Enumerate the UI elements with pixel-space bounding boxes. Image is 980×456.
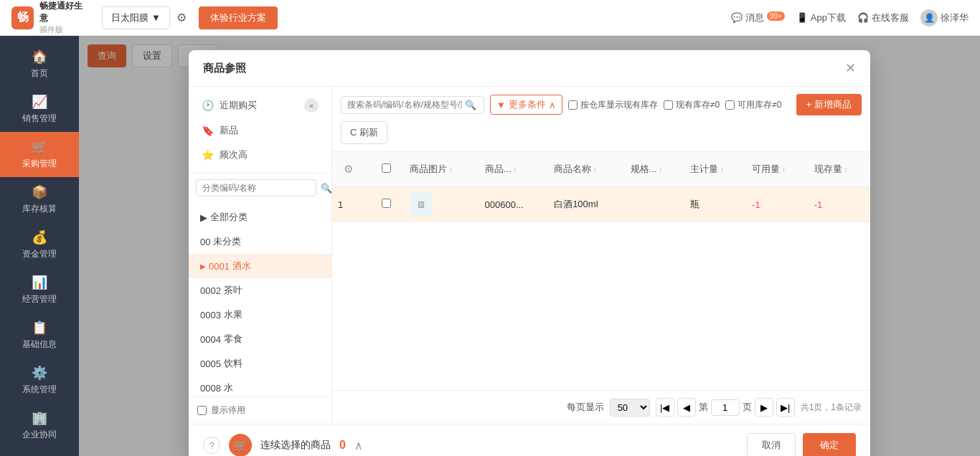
page-number-input[interactable]: [711, 399, 740, 416]
recent-buy-item[interactable]: 🕐 近期购买 «: [194, 92, 326, 118]
category-label-liquor: 酒水: [232, 260, 251, 272]
category-item-unclassified[interactable]: 00 未分类: [189, 229, 331, 254]
category-code-00: 00: [200, 237, 210, 247]
category-item-liquor[interactable]: ▶ 0001 酒水: [189, 254, 331, 278]
category-item-tea[interactable]: 0002 茶叶: [189, 278, 331, 303]
sidebar-item-purchase[interactable]: 🛒 采购管理: [0, 132, 79, 177]
col-unit: 主计量: [684, 152, 746, 187]
add-product-btn[interactable]: + 新增商品: [796, 94, 862, 115]
sidebar-item-operations[interactable]: 📊 经营管理: [0, 267, 79, 313]
checkbox-existing-stock[interactable]: 现有库存≠0: [664, 99, 720, 111]
last-page-btn[interactable]: ▶|: [776, 398, 795, 417]
collapse-left-btn[interactable]: «: [304, 98, 319, 113]
sidebar-item-system[interactable]: ⚙️ 系统管理: [0, 358, 79, 403]
page-size-label: 每页显示: [567, 401, 604, 414]
new-items-item[interactable]: 🔖 新品: [194, 118, 326, 143]
nav-dropdown[interactable]: 日太阳膜 ▼: [102, 6, 170, 29]
modal-body: 🕐 近期购买 « 🔖 新品 ⭐ 频次高: [189, 87, 870, 424]
sidebar-label-operations: 经营管理: [22, 293, 57, 305]
prev-page-btn[interactable]: ◀: [677, 398, 696, 417]
row-checkbox[interactable]: [382, 199, 391, 208]
available-stock-checkbox[interactable]: [725, 100, 735, 110]
category-item-water[interactable]: 0008 水: [189, 376, 331, 396]
left-panel: 🕐 近期购买 « 🔖 新品 ⭐ 频次高: [189, 87, 332, 424]
clock-icon: 🕐: [202, 100, 214, 111]
product-search-input[interactable]: [347, 100, 462, 110]
online-service-item[interactable]: 🎧 在线客服: [857, 11, 909, 24]
select-all-checkbox[interactable]: [382, 163, 391, 173]
help-icon[interactable]: ?: [203, 437, 220, 454]
category-item-snack[interactable]: 0004 零食: [189, 327, 331, 351]
inventory-icon: 📦: [32, 184, 47, 200]
search-icon[interactable]: 🔍: [465, 100, 476, 110]
col-code: 商品...: [479, 152, 549, 187]
sidebar-item-guide[interactable]: 🎯 新手引导: [0, 448, 79, 456]
col-stock: 现存量: [809, 152, 870, 187]
user-item[interactable]: 👤 徐泽华: [920, 9, 969, 27]
category-list: ▶ 全部分类 00 未分类 ▶ 0001 酒水: [189, 202, 331, 396]
category-item-beverage[interactable]: 0005 饮料: [189, 351, 331, 376]
star-icon: ⭐: [202, 149, 214, 161]
content-area: 查询 设置 刷新 商品参照 ✕ 🕐: [79, 36, 980, 456]
app-download-item[interactable]: 📱 App下载: [796, 11, 846, 24]
more-filter-btn[interactable]: ▼ 更多条件 ∧: [490, 95, 562, 115]
expand-icon-all: ▶: [200, 212, 207, 223]
first-page-btn[interactable]: |◀: [656, 398, 674, 417]
row-available-cell: -1: [746, 187, 808, 222]
page-nav: |◀ ◀ 第 页 ▶ ▶|: [656, 398, 795, 417]
experience-btn[interactable]: 体验行业方案: [199, 6, 278, 29]
settings-icon[interactable]: ⚙: [170, 6, 193, 29]
message-badge: 99+: [767, 11, 785, 21]
sidebar-label-basic-info: 基础信息: [22, 338, 57, 351]
sidebar-item-sales[interactable]: 📈 销售管理: [0, 87, 79, 132]
page-size-select[interactable]: 50 10 20 100: [610, 399, 650, 417]
category-search-input[interactable]: [196, 179, 316, 196]
category-code-0003: 0003: [200, 310, 221, 320]
filter-bar: 🔍 ▼ 更多条件 ∧ 按仓库显示现有库存: [332, 87, 870, 152]
category-item-all[interactable]: ▶ 全部分类: [189, 205, 331, 229]
collapse-footer-icon[interactable]: ∧: [354, 439, 363, 452]
product-thumbnail: 🖼: [410, 193, 433, 216]
sidebar-item-enterprise[interactable]: 🏢 企业协同: [0, 403, 79, 448]
image-icon: 🖼: [418, 201, 425, 209]
cancel-btn[interactable]: 取消: [747, 433, 796, 456]
category-label-unclassified: 未分类: [213, 235, 241, 248]
show-disabled[interactable]: 显示停用: [189, 396, 331, 424]
frequent-item[interactable]: ⭐ 频次高: [194, 143, 326, 167]
sidebar: 🏠 首页 📈 销售管理 🛒 采购管理 📦 库存核算 💰 资金管理 📊 经营管理 …: [0, 36, 79, 456]
category-search-icon[interactable]: 🔍: [321, 183, 332, 194]
table-row[interactable]: 1 🖼: [332, 187, 870, 222]
sidebar-item-basic-info[interactable]: 📋 基础信息: [0, 313, 79, 358]
category-item-fruit[interactable]: 0003 水果: [189, 303, 331, 327]
checkbox-warehouse[interactable]: 按仓库显示现有库存: [568, 99, 658, 111]
sidebar-label-finance: 资金管理: [22, 248, 57, 260]
existing-stock-checkbox[interactable]: [664, 100, 673, 110]
sidebar-item-home[interactable]: 🏠 首页: [0, 42, 79, 87]
sidebar-item-inventory[interactable]: 📦 库存核算: [0, 177, 79, 222]
modal-close-button[interactable]: ✕: [845, 60, 856, 76]
enterprise-icon: 🏢: [32, 410, 47, 426]
message-item[interactable]: 💬 消息 99+: [731, 11, 785, 24]
checkbox-available-stock[interactable]: 可用库存≠0: [725, 99, 781, 111]
page-suffix: 页: [743, 401, 752, 414]
warehouse-checkbox[interactable]: [568, 100, 578, 110]
new-items-label: 新品: [220, 124, 238, 137]
page-label: 第: [699, 401, 708, 414]
logo-area: 畅 畅捷通好生意 插件版: [11, 0, 90, 35]
sidebar-item-finance[interactable]: 💰 资金管理: [0, 222, 79, 267]
col-spec: 规格...: [625, 152, 684, 187]
row-unit-cell: 瓶: [684, 187, 746, 222]
table-settings-icon[interactable]: ⚙: [338, 159, 358, 179]
col-settings: ⚙: [332, 152, 376, 187]
col-name: 商品名称: [548, 152, 624, 187]
show-disabled-checkbox[interactable]: [197, 406, 207, 415]
sidebar-label-enterprise: 企业协同: [22, 429, 57, 441]
confirm-btn[interactable]: 确定: [803, 433, 856, 456]
next-page-btn[interactable]: ▶: [755, 398, 773, 417]
refresh-btn[interactable]: C 刷新: [341, 121, 387, 144]
modal-title: 商品参照: [203, 62, 246, 75]
modal-overlay: 商品参照 ✕ 🕐 近期购买 « �: [79, 36, 980, 456]
table-header-row: ⚙ 商品图片 商品... 商品名称 规格...: [332, 152, 870, 187]
system-icon: ⚙️: [32, 365, 47, 381]
cart-btn[interactable]: 🛒: [229, 434, 252, 456]
